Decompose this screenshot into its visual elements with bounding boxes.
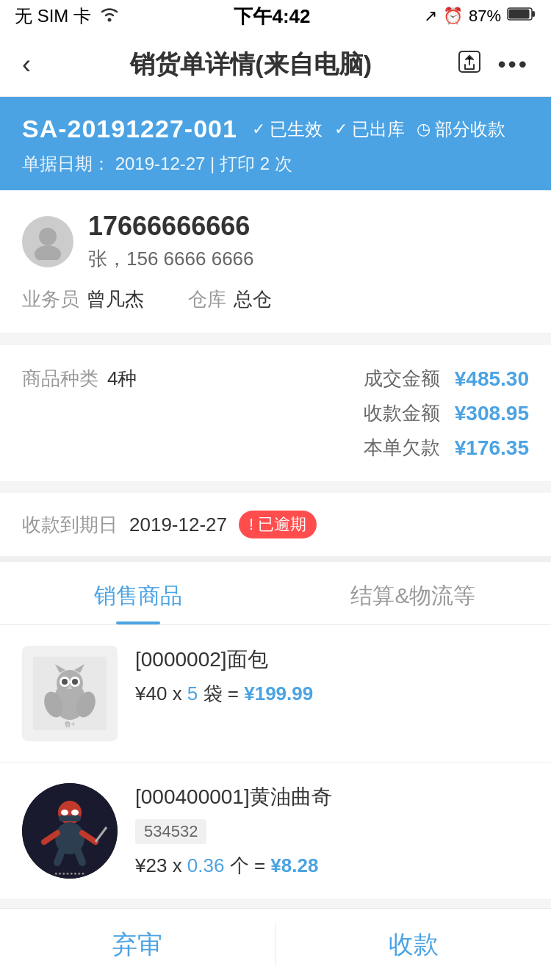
received-label: 收款金额 (364, 400, 440, 426)
amount-value: ¥485.30 (455, 367, 529, 391)
badge-shipped: ✓ 已出库 (334, 118, 405, 141)
check-icon-shipped: ✓ (334, 120, 347, 139)
product-image-1: 鲁+ (33, 657, 107, 730)
stats-left: 商品种类 4种 (22, 366, 137, 392)
product-multiply-2: x (173, 854, 187, 876)
svg-point-0 (108, 18, 112, 22)
product-price-1: ¥40 x 5 袋 = ¥199.99 (135, 681, 529, 707)
nav-actions: ••• (456, 48, 529, 80)
order-id: SA-20191227-001 (22, 115, 237, 143)
status-right: ↗ ⏰ 87% (424, 6, 536, 26)
warehouse-label: 仓库 (188, 287, 226, 312)
product-item-2: ●●●●●●●● [000400001]黄油曲奇 534532 ¥23 x 0.… (0, 763, 551, 900)
svg-point-6 (35, 245, 61, 260)
debt-value: ¥176.35 (455, 436, 529, 460)
badge-partial: ◷ 部分收款 (417, 118, 505, 141)
alarm-icon: ⏰ (443, 7, 463, 26)
tab-settlement[interactable]: 结算&物流等 (276, 562, 551, 624)
order-status-badges: ✓ 已生效 ✓ 已出库 ◷ 部分收款 (252, 118, 505, 141)
product-list: 鲁+ [0000002]面包 ¥40 x 5 袋 = ¥199.99 (0, 625, 551, 900)
customer-contact: 张，156 6666 6666 (88, 246, 254, 272)
svg-line-26 (57, 849, 62, 862)
print-count: 2 次 (260, 154, 292, 173)
overdue-date: 2019-12-27 (129, 514, 227, 536)
collect-button[interactable]: 收款 (276, 909, 552, 980)
stats-right: 成交金额 ¥485.30 收款金额 ¥308.95 本单欠款 ¥176.35 (364, 366, 529, 461)
product-unit-1: 袋 (204, 682, 223, 705)
product-qty-2: 0.36 (187, 854, 225, 876)
nav-bar: ‹ 销货单详情(来自电脑) ••• (0, 32, 551, 97)
svg-point-12 (62, 679, 68, 685)
svg-point-5 (39, 228, 57, 245)
no-sim-label: 无 SIM 卡 (15, 4, 91, 28)
type-label: 商品种类 (22, 366, 98, 392)
back-button[interactable]: ‹ (22, 49, 46, 80)
product-item-1: 鲁+ [0000002]面包 ¥40 x 5 袋 = ¥199.99 (0, 625, 551, 763)
badge-effective: ✓ 已生效 (252, 118, 323, 141)
product-type-row: 商品种类 4种 (22, 366, 137, 392)
svg-rect-22 (59, 815, 81, 821)
share-button[interactable] (456, 48, 483, 80)
salesperson-meta: 业务员 曾凡杰 (22, 287, 144, 312)
product-total-2: ¥8.28 (270, 854, 318, 876)
svg-point-24 (71, 810, 79, 815)
product-info-1: [0000002]面包 ¥40 x 5 袋 = ¥199.99 (135, 646, 529, 707)
customer-section: 17666666666 张，156 6666 6666 业务员 曾凡杰 仓库 总… (0, 190, 551, 334)
product-equals-1: = (228, 682, 244, 705)
status-time: 下午4:42 (234, 4, 310, 29)
svg-point-23 (61, 810, 68, 815)
avatar (22, 216, 73, 267)
debt-row: 本单欠款 ¥176.35 (364, 435, 529, 461)
product-unit-price-1: ¥40 (135, 682, 167, 705)
svg-rect-3 (508, 10, 529, 19)
svg-rect-2 (532, 11, 535, 17)
svg-text:鲁+: 鲁+ (65, 721, 75, 728)
date-value: 2019-12-27 (115, 154, 206, 173)
amount-label: 成交金额 (364, 366, 440, 392)
abandon-button[interactable]: 弃审 (0, 909, 276, 980)
status-left: 无 SIM 卡 (15, 4, 120, 28)
product-sku-2: 534532 (135, 819, 206, 844)
product-name-1: [0000002]面包 (135, 646, 529, 674)
product-thumb-1: 鲁+ (22, 646, 118, 741)
product-price-2: ¥23 x 0.36 个 = ¥8.28 (135, 853, 529, 879)
svg-line-27 (77, 849, 82, 862)
debt-label: 本单欠款 (364, 435, 440, 461)
warehouse-value: 总仓 (234, 287, 272, 312)
collect-label: 收款 (389, 928, 439, 962)
page-title: 销货单详情(来自电脑) (46, 48, 456, 82)
more-button[interactable]: ••• (497, 51, 529, 78)
customer-info: 17666666666 张，156 6666 6666 (88, 211, 254, 272)
tab-sales[interactable]: 销售商品 (0, 562, 276, 624)
product-image-2: ●●●●●●●● (22, 783, 118, 879)
wifi-icon (98, 6, 120, 26)
date-label: 单据日期： (22, 154, 110, 173)
svg-point-13 (72, 679, 78, 685)
badge-partial-label: 部分收款 (435, 118, 505, 141)
amount-row: 成交金额 ¥485.30 (364, 366, 529, 392)
salesperson-value: 曾凡杰 (87, 287, 144, 312)
clock-icon: ◷ (417, 120, 431, 139)
product-thumb-2: ●●●●●●●● (22, 783, 118, 879)
abandon-label: 弃审 (112, 928, 162, 962)
svg-text:●●●●●●●●: ●●●●●●●● (54, 871, 85, 876)
order-header: SA-20191227-001 ✓ 已生效 ✓ 已出库 ◷ 部分收款 单据日期：… (0, 97, 551, 190)
customer-row: 17666666666 张，156 6666 6666 (22, 211, 529, 272)
stats-section: 商品种类 4种 成交金额 ¥485.30 收款金额 ¥308.95 本单欠款 ¥… (0, 345, 551, 481)
badge-shipped-label: 已出库 (352, 118, 405, 141)
product-info-2: [000400001]黄油曲奇 534532 ¥23 x 0.36 个 = ¥8… (135, 783, 529, 879)
avatar-icon (29, 223, 66, 260)
order-date: 单据日期： 2019-12-27 | 打印 2 次 (22, 152, 529, 176)
received-value: ¥308.95 (455, 402, 529, 425)
overdue-badge-label: 已逾期 (258, 514, 306, 536)
received-row: 收款金额 ¥308.95 (364, 400, 529, 426)
check-icon-effective: ✓ (252, 120, 265, 139)
badge-effective-label: 已生效 (270, 118, 323, 141)
overdue-badge: ! 已逾期 (239, 511, 317, 538)
bottom-bar: 弃审 收款 (0, 908, 551, 980)
customer-meta: 业务员 曾凡杰 仓库 总仓 (22, 287, 529, 312)
print-label: 打印 (220, 154, 255, 173)
product-equals-2: = (254, 854, 270, 876)
product-multiply-1: x (173, 682, 187, 705)
customer-name: 17666666666 (88, 211, 254, 242)
